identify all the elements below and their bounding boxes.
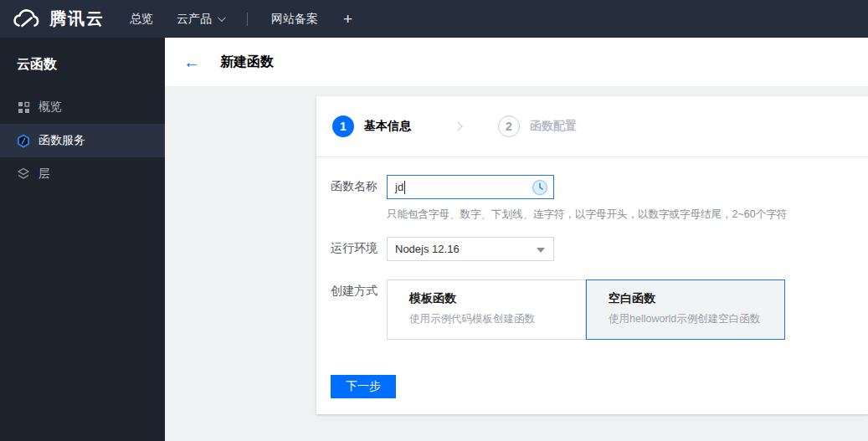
basic-info-form: 函数名称 jd 只能包含字母、数字、下划线、连字符，以字母开头，以数字或字母结尾… (316, 157, 868, 398)
top-navigation: 总览 云产品 网站备案 + (130, 10, 352, 28)
function-name-input[interactable]: jd (387, 175, 554, 199)
sidebar-title: 云函数 (0, 38, 165, 90)
method-cards: 模板函数 使用示例代码模板创建函数 空白函数 使用helloworld示例创建空… (387, 279, 785, 340)
clock-icon[interactable] (532, 179, 548, 199)
function-name-value: jd (395, 181, 403, 193)
sidebar: 云函数 概览 函数服务 层 (0, 38, 165, 441)
dropdown-arrow-icon (537, 248, 545, 253)
function-name-help: 只能包含字母、数字、下划线、连字符，以字母开头，以数字或字母结尾，2~60个字符 (387, 208, 787, 220)
topbar: 腾讯云 总览 云产品 网站备案 + (0, 0, 868, 38)
step-chevron-icon (453, 121, 462, 131)
scf-hexagon-icon (17, 134, 30, 147)
step-2-label: 函数配置 (530, 119, 577, 134)
sidebar-item-label: 函数服务 (39, 133, 85, 148)
nav-cloud-products-label: 云产品 (177, 12, 212, 27)
grid-icon (17, 100, 30, 114)
page-header: ← 新建函数 (165, 38, 868, 86)
next-step-button[interactable]: 下一步 (331, 375, 396, 398)
step-1-label: 基本信息 (364, 119, 411, 134)
sidebar-item-layers[interactable]: 层 (0, 157, 165, 191)
brand-name: 腾讯云 (49, 8, 105, 30)
function-name-label: 函数名称 (331, 175, 387, 220)
function-name-row: 函数名称 jd 只能包含字母、数字、下划线、连字符，以字母开头，以数字或字母结尾… (331, 175, 868, 220)
back-button[interactable]: ← (183, 54, 200, 70)
method-card-title: 模板函数 (409, 291, 577, 306)
creation-method-label: 创建方式 (331, 279, 387, 340)
add-tab-button[interactable]: + (343, 10, 352, 28)
nav-overview[interactable]: 总览 (130, 12, 153, 27)
tencent-cloud-logo[interactable]: 腾讯云 (12, 8, 105, 30)
method-card-template[interactable]: 模板函数 使用示例代码模板创建函数 (387, 279, 586, 340)
sidebar-item-function-service[interactable]: 函数服务 (0, 124, 165, 157)
runtime-select[interactable]: Nodejs 12.16 (387, 237, 554, 261)
runtime-label: 运行环境 (331, 237, 387, 261)
step-wizard: 1 基本信息 2 函数配置 (316, 96, 868, 157)
chevron-down-icon (218, 13, 226, 22)
main-area: ← 新建函数 1 基本信息 2 函数配置 函数名称 jd (165, 38, 868, 441)
nav-cloud-products[interactable]: 云产品 (177, 12, 223, 27)
text-caret (404, 181, 405, 194)
method-card-title: 空白函数 (609, 291, 776, 306)
step-2-circle: 2 (498, 115, 520, 137)
runtime-value: Nodejs 12.16 (395, 243, 460, 255)
create-function-card: 1 基本信息 2 函数配置 函数名称 jd (316, 96, 868, 414)
method-card-desc: 使用示例代码模板创建函数 (409, 312, 577, 326)
sidebar-item-label: 概览 (39, 100, 62, 115)
cloud-logo-icon (12, 8, 42, 30)
method-card-blank[interactable]: 空白函数 使用helloworld示例创建空白函数 (586, 279, 785, 340)
page-title: 新建函数 (220, 54, 274, 71)
method-card-desc: 使用helloworld示例创建空白函数 (609, 312, 776, 326)
nav-icp-record[interactable]: 网站备案 (271, 12, 318, 27)
sidebar-item-label: 层 (39, 167, 50, 182)
layers-icon (17, 167, 30, 181)
sidebar-item-overview[interactable]: 概览 (0, 90, 165, 124)
step-1-circle: 1 (332, 115, 354, 137)
creation-method-row: 创建方式 模板函数 使用示例代码模板创建函数 空白函数 使用helloworld… (331, 279, 868, 340)
runtime-row: 运行环境 Nodejs 12.16 (331, 237, 868, 261)
topbar-divider (247, 13, 248, 26)
